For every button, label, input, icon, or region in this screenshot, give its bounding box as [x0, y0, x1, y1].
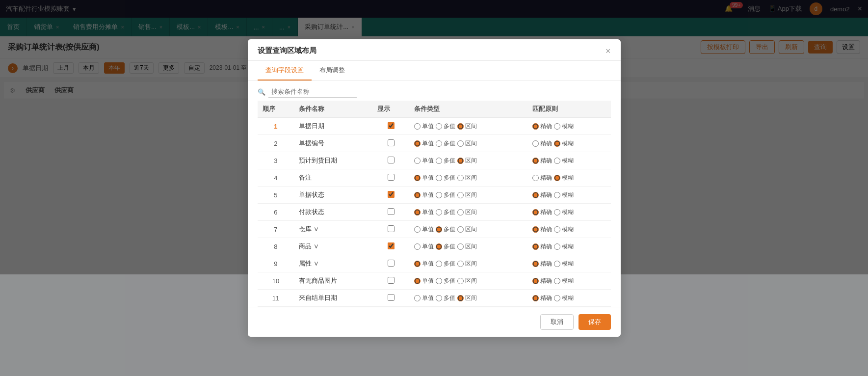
display-checkbox[interactable]	[388, 242, 395, 249]
type-option-单值[interactable]: 单值	[414, 191, 434, 199]
type-option-单值[interactable]: 单值	[414, 225, 434, 234]
type-radio-多值[interactable]	[436, 140, 442, 147]
match-radio-模糊[interactable]	[554, 243, 560, 250]
type-option-区间[interactable]: 区间	[457, 174, 477, 182]
match-radio-精确[interactable]	[532, 209, 539, 215]
type-option-区间[interactable]: 区间	[457, 191, 477, 199]
type-radio-多值[interactable]	[436, 209, 442, 215]
match-option-模糊[interactable]: 模糊	[554, 225, 574, 234]
type-radio-多值[interactable]	[436, 226, 442, 233]
type-option-单值[interactable]: 单值	[414, 260, 434, 268]
type-option-区间[interactable]: 区间	[457, 242, 477, 251]
type-radio-区间[interactable]	[457, 192, 464, 198]
type-radio-多值[interactable]	[436, 175, 442, 181]
search-input[interactable]	[268, 86, 357, 98]
type-option-多值[interactable]: 多值	[436, 122, 455, 131]
display-checkbox[interactable]	[388, 157, 395, 163]
dialog-tab-query-fields[interactable]: 查询字段设置	[258, 61, 312, 81]
type-radio-单值[interactable]	[414, 123, 421, 130]
match-radio-模糊[interactable]	[554, 261, 560, 267]
type-radio-区间[interactable]	[457, 209, 464, 215]
match-radio-模糊[interactable]	[554, 158, 560, 164]
type-option-区间[interactable]: 区间	[457, 208, 477, 216]
match-option-模糊[interactable]: 模糊	[554, 139, 574, 148]
type-radio-单值[interactable]	[414, 140, 421, 147]
match-option-模糊[interactable]: 模糊	[554, 122, 574, 131]
match-option-模糊[interactable]: 模糊	[554, 191, 574, 199]
type-option-多值[interactable]: 多值	[436, 139, 455, 148]
match-radio-精确[interactable]	[532, 243, 539, 250]
type-option-区间[interactable]: 区间	[457, 157, 477, 165]
match-option-精确[interactable]: 精确	[532, 174, 552, 182]
type-radio-单值[interactable]	[414, 192, 421, 198]
type-radio-多值[interactable]	[436, 158, 442, 164]
type-option-多值[interactable]: 多值	[436, 260, 455, 268]
type-radio-单值[interactable]	[414, 261, 421, 267]
type-option-单值[interactable]: 单值	[414, 208, 434, 216]
match-option-模糊[interactable]: 模糊	[554, 157, 574, 165]
match-option-精确[interactable]: 精确	[532, 208, 552, 216]
type-option-区间[interactable]: 区间	[457, 225, 477, 234]
match-radio-精确[interactable]	[532, 140, 539, 147]
match-option-精确[interactable]: 精确	[532, 260, 552, 268]
dialog-tab-layout[interactable]: 布局调整	[312, 61, 353, 81]
type-radio-区间[interactable]	[457, 123, 464, 130]
display-checkbox[interactable]	[388, 174, 395, 181]
type-option-单值[interactable]: 单值	[414, 242, 434, 251]
type-option-单值[interactable]: 单值	[414, 139, 434, 148]
display-checkbox[interactable]	[388, 139, 395, 146]
match-radio-模糊[interactable]	[554, 140, 560, 147]
display-checkbox[interactable]	[388, 225, 395, 232]
match-option-模糊[interactable]: 模糊	[554, 242, 574, 251]
type-radio-区间[interactable]	[457, 140, 464, 147]
type-option-区间[interactable]: 区间	[457, 122, 477, 131]
type-option-单值[interactable]: 单值	[414, 174, 434, 182]
display-checkbox[interactable]	[388, 260, 395, 267]
type-option-单值[interactable]: 单值	[414, 122, 434, 131]
type-option-区间[interactable]: 区间	[457, 139, 477, 148]
match-radio-精确[interactable]	[532, 192, 539, 198]
type-option-单值[interactable]: 单值	[414, 157, 434, 165]
match-option-模糊[interactable]: 模糊	[554, 174, 574, 182]
match-radio-模糊[interactable]	[554, 209, 560, 215]
match-option-精确[interactable]: 精确	[532, 157, 552, 165]
type-radio-单值[interactable]	[414, 226, 421, 233]
type-radio-区间[interactable]	[457, 261, 464, 267]
type-option-多值[interactable]: 多值	[436, 242, 455, 251]
match-radio-模糊[interactable]	[554, 192, 560, 198]
type-radio-多值[interactable]	[436, 243, 442, 250]
type-option-多值[interactable]: 多值	[436, 157, 455, 165]
type-radio-单值[interactable]	[414, 158, 421, 164]
type-radio-区间[interactable]	[457, 175, 464, 181]
match-option-精确[interactable]: 精确	[532, 191, 552, 199]
display-checkbox[interactable]	[388, 208, 395, 215]
type-radio-区间[interactable]	[457, 158, 464, 164]
type-option-多值[interactable]: 多值	[436, 208, 455, 216]
type-option-多值[interactable]: 多值	[436, 174, 455, 182]
type-option-区间[interactable]: 区间	[457, 260, 477, 268]
type-option-多值[interactable]: 多值	[436, 225, 455, 234]
display-checkbox[interactable]	[388, 191, 395, 198]
match-option-精确[interactable]: 精确	[532, 139, 552, 148]
type-option-多值[interactable]: 多值	[436, 191, 455, 199]
type-radio-单值[interactable]	[414, 175, 421, 181]
type-radio-单值[interactable]	[414, 243, 421, 250]
dialog-close-button[interactable]: ×	[605, 47, 611, 55]
match-radio-精确[interactable]	[532, 158, 539, 164]
match-radio-模糊[interactable]	[554, 123, 560, 130]
type-radio-多值[interactable]	[436, 261, 442, 267]
type-radio-多值[interactable]	[436, 192, 442, 198]
match-option-模糊[interactable]: 模糊	[554, 260, 574, 268]
match-radio-精确[interactable]	[532, 261, 539, 267]
type-radio-区间[interactable]	[457, 243, 464, 250]
match-option-精确[interactable]: 精确	[532, 122, 552, 131]
match-radio-模糊[interactable]	[554, 226, 560, 233]
match-option-精确[interactable]: 精确	[532, 225, 552, 234]
match-option-精确[interactable]: 精确	[532, 242, 552, 251]
type-radio-多值[interactable]	[436, 123, 442, 130]
match-radio-精确[interactable]	[532, 123, 539, 130]
display-checkbox[interactable]	[388, 122, 395, 129]
type-radio-单值[interactable]	[414, 209, 421, 215]
match-radio-模糊[interactable]	[554, 175, 560, 181]
match-radio-精确[interactable]	[532, 226, 539, 233]
